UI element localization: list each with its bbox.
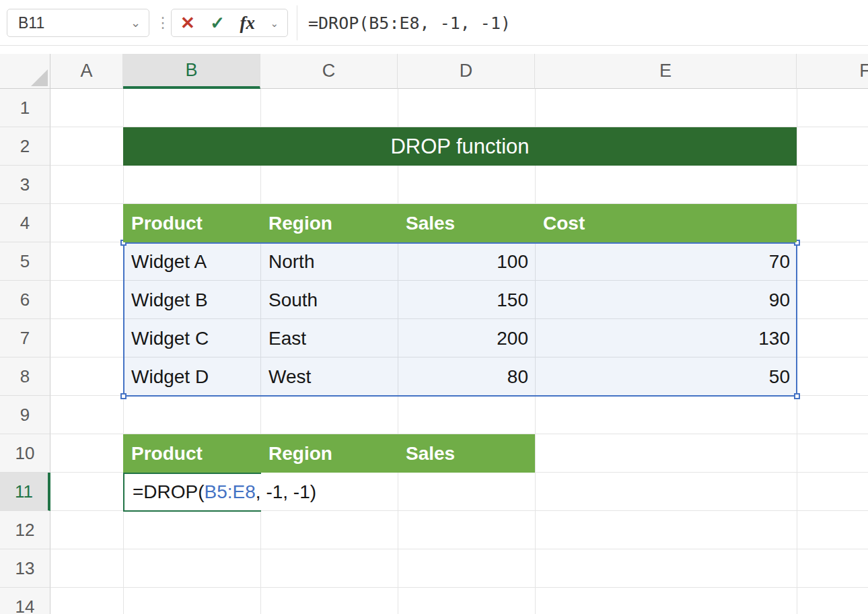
insert-function-icon[interactable]: fx: [240, 13, 255, 34]
row-header-7[interactable]: 7: [0, 319, 50, 357]
source-header-sales[interactable]: Sales: [398, 204, 535, 242]
cell-D5[interactable]: 100: [398, 242, 535, 281]
more-options-icon[interactable]: ⋮: [155, 0, 170, 46]
column-header-C[interactable]: C: [260, 54, 398, 89]
cell-D7[interactable]: 200: [398, 319, 535, 357]
toolbar-divider: [297, 5, 297, 40]
column-header-E[interactable]: E: [535, 54, 797, 89]
cell-E5[interactable]: 70: [535, 242, 797, 281]
formula-bar-text: =DROP(B5:E8, -1, -1): [308, 13, 511, 33]
cell-E6[interactable]: 90: [535, 281, 797, 319]
cell-C6[interactable]: South: [260, 281, 398, 319]
formula-prefix: =DROP(: [133, 481, 205, 503]
row-header-12[interactable]: 12: [0, 511, 50, 549]
formula-toolbar: B11 ⌄ ⋮ ✕ ✓ fx ⌄ =DROP(B5:E8, -1, -1): [0, 0, 868, 46]
row-header-3[interactable]: 3: [0, 166, 50, 204]
row-header-5[interactable]: 5: [0, 242, 50, 281]
cell-B5[interactable]: Widget A: [123, 242, 260, 281]
select-all-corner[interactable]: [0, 54, 50, 89]
row-header-4[interactable]: 4: [0, 204, 50, 242]
cell-E7[interactable]: 130: [535, 319, 797, 357]
row-header-14[interactable]: 14: [0, 588, 50, 614]
row-header-1[interactable]: 1: [0, 89, 50, 127]
cell-B8[interactable]: Widget D: [123, 357, 260, 396]
column-header-A[interactable]: A: [50, 54, 123, 89]
cell-C8[interactable]: West: [260, 357, 398, 396]
result-header-product[interactable]: Product: [123, 434, 260, 473]
name-box-value: B11: [18, 14, 131, 32]
gridline: [797, 89, 797, 614]
chevron-down-icon[interactable]: ⌄: [270, 18, 279, 28]
cell-D8[interactable]: 80: [398, 357, 535, 396]
cell-D6[interactable]: 150: [398, 281, 535, 319]
cell-C7[interactable]: East: [260, 319, 398, 357]
title-banner-cell[interactable]: DROP function: [123, 127, 797, 166]
enter-icon[interactable]: ✓: [210, 13, 225, 34]
active-cell-editor[interactable]: =DROP(B5:E8, -1, -1): [124, 474, 376, 510]
source-header-cost[interactable]: Cost: [535, 204, 797, 242]
source-header-region[interactable]: Region: [260, 204, 398, 242]
formula-buttons-group: ✕ ✓ fx ⌄: [171, 9, 288, 37]
select-all-triangle-icon: [31, 69, 48, 86]
row-header-2[interactable]: 2: [0, 127, 50, 166]
cell-E8[interactable]: 50: [535, 357, 797, 396]
result-header-sales[interactable]: Sales: [398, 434, 535, 473]
column-header-D[interactable]: D: [398, 54, 535, 89]
formula-range-reference: B5:E8: [205, 481, 256, 503]
cell-B6[interactable]: Widget B: [123, 281, 260, 319]
column-header-F[interactable]: F: [797, 54, 868, 89]
formula-suffix: , -1, -1): [256, 481, 316, 503]
row-header-6[interactable]: 6: [0, 281, 50, 319]
formula-bar-input[interactable]: =DROP(B5:E8, -1, -1): [308, 0, 868, 46]
source-header-product[interactable]: Product: [123, 204, 260, 242]
column-header-B[interactable]: B: [123, 54, 260, 89]
name-box[interactable]: B11 ⌄: [7, 9, 149, 37]
row-header-10[interactable]: 10: [0, 434, 50, 473]
row-header-13[interactable]: 13: [0, 549, 50, 588]
row-header-9[interactable]: 9: [0, 396, 50, 434]
result-header-region[interactable]: Region: [260, 434, 398, 473]
cell-C5[interactable]: North: [260, 242, 398, 281]
row-header-11[interactable]: 11: [0, 473, 50, 511]
chevron-down-icon[interactable]: ⌄: [131, 17, 141, 29]
cell-B7[interactable]: Widget C: [123, 319, 260, 357]
cancel-icon[interactable]: ✕: [180, 13, 195, 34]
row-header-8[interactable]: 8: [0, 357, 50, 396]
